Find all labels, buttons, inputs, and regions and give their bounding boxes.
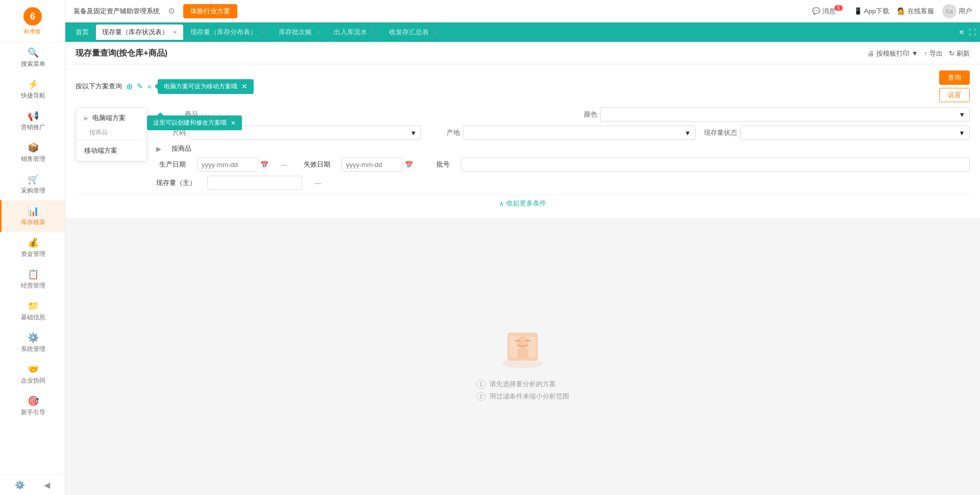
tab-batch-account[interactable]: 库存批次账 ✕ [273,25,327,40]
step-1-label: 请先选择要分析的方案 [489,380,556,389]
scheme-sub-label: 按商品 [84,129,108,136]
tab-inventory-status[interactable]: 现存量（库存状况表） ✕ [96,25,183,40]
color-select[interactable]: ▼ [600,107,970,122]
tabs-close-icon[interactable]: ✕ [959,28,965,36]
scheme-pc-item[interactable]: ▶ 电脑端方案 [76,110,146,126]
tab-inventory-status-close[interactable]: ✕ [173,29,177,36]
sidebar-item-label: 经营管理 [21,281,45,290]
phone-icon: 📱 [854,7,862,15]
sidebar-item-inventory[interactable]: 📊 库存核算 [0,200,65,232]
collapse-up-icon: ∧ [499,200,504,207]
expiry-date-cell: 📅 [341,157,413,172]
color-label: 颜色 [567,110,597,119]
scheme-mobile-label: 移动端方案 [84,146,117,155]
scheme-arrow-icon: ▶ [84,115,88,122]
sidebar-item-basics[interactable]: 📁 基础信息 [0,295,65,327]
sidebar-item-sales[interactable]: 📦 销售管理 [0,137,65,169]
trial-industry-button[interactable]: 体验行业方案 [183,4,237,18]
tab-batch-account-close[interactable]: ✕ [316,29,321,36]
sidebar-settings-icon[interactable]: ⚙️ [15,480,25,490]
tab-in-out-flow-close[interactable]: ✕ [371,29,376,36]
search-icon: 🔍 [28,47,39,58]
sidebar-bottom: ⚙️ ◀ [0,475,65,495]
export-label: 导出 [929,49,943,58]
sidebar-item-search[interactable]: 🔍 搜索菜单 [0,42,65,74]
search-button[interactable]: 查询 [939,70,970,85]
refresh-button[interactable]: ↻ 刷新 [949,49,970,58]
expiry-date-cal-icon[interactable]: 📅 [405,161,413,169]
prod-date-input[interactable] [197,157,258,172]
sidebar-item-marketing[interactable]: 📢 营销推广 [0,105,65,137]
sidebar-item-label: 企业协同 [21,376,45,385]
goods-type-label: 按商品 [172,144,191,153]
purchase-icon: 🛒 [28,174,39,185]
print-label: 按模板打印 [876,49,910,58]
newbie-icon: 🎯 [28,395,39,407]
collapse-bar[interactable]: ∧ 收起更多条件 [76,194,970,212]
scheme-list-panel: ▶ 电脑端方案 按商品 移动端方案 [76,107,147,161]
filter-row-4: 生产日期 📅 — 失效日期 📅 批号 [155,157,970,172]
sidebar-item-quick[interactable]: ⚡ 快捷导航 [0,74,65,105]
tabs-bar: 首页 现存量（库存状况表） ✕ 现存量（库存分布表） ✕ 库存批次账 ✕ 出入库… [65,22,980,42]
export-icon: ↑ [924,50,928,57]
filter-row-3: ▶ 按商品 [155,144,970,153]
topbar-settings-icon[interactable]: ⚙ [168,6,175,16]
online-service-item[interactable]: 💁 在线客服 [897,7,934,16]
print-button[interactable]: 🖨 按模板打印 ▼ [868,49,918,58]
origin-select[interactable]: ▼ [463,126,695,140]
stock-status-label: 现存量状态 [704,128,737,137]
avatar: Ea [942,4,957,18]
sidebar-item-finance[interactable]: 💰 资金管理 [0,232,65,264]
sidebar-item-enterprise[interactable]: 🤝 企业协同 [0,359,65,390]
expand-arrow-icon[interactable]: ▶ [156,145,161,153]
sidebar-item-operations[interactable]: 📋 经营管理 [0,264,65,295]
filter-cell-color: 颜色 ▼ [567,107,970,122]
stock-status-select[interactable]: ▼ [740,126,970,140]
tab-inventory-dist[interactable]: 现存量（库存分布表） ✕ [184,25,272,40]
tab-collect-summary[interactable]: 收发存汇总表 ✕ [383,25,444,40]
filter-label-row: 按以下方案查询 ⊕ ✎ « 电脑方案可设为移动方案哦 ✕ 查询 设置 [76,70,970,102]
sidebar-item-label: 系统管理 [21,345,45,353]
tab-in-out-flow-label: 出入库流水 [334,28,367,37]
setting-button[interactable]: 设置 [939,88,970,102]
tab-in-out-flow[interactable]: 出入库流水 ✕ [328,25,382,40]
scheme-mobile-item[interactable]: 移动端方案 [76,143,146,159]
tooltip-pc-scheme: 电脑方案可设为移动方案哦 ✕ [158,79,254,94]
app-download-item[interactable]: 📱 App下载 [854,7,889,16]
sidebar-item-label: 采购管理 [21,186,45,195]
empty-steps: 1 请先选择要分析的方案 2 用过滤条件来缩小分析范围 [476,380,569,401]
step-num-1: 1 [476,380,485,389]
left-arrow-icon[interactable]: « [148,82,152,90]
tooltip2-close[interactable]: ✕ [231,120,236,127]
tab-inventory-dist-close[interactable]: ✕ [261,29,265,36]
logo-icon: 6 [22,6,43,27]
topbar-right: 💬 消息 6 📱 App下载 💁 在线客服 Ea 用户 [812,4,972,18]
sidebar-item-newbie[interactable]: 🎯 新手引导 [0,390,65,422]
finance-icon: 💰 [28,237,39,248]
message-item[interactable]: 💬 消息 6 [812,7,846,16]
edit-scheme-icon[interactable]: ✎ [137,82,143,91]
batch-input[interactable] [461,157,970,172]
empty-svg [492,312,553,373]
user-item[interactable]: Ea 用户 [942,4,972,18]
tab-home[interactable]: 首页 [69,25,95,40]
export-button[interactable]: ↑ 导出 [924,49,943,58]
prod-date-cal-icon[interactable]: 📅 [260,161,268,169]
tab-home-label: 首页 [76,28,89,37]
quick-icon: ⚡ [28,79,39,90]
content-area: 现存量查询(按仓库+商品) 🖨 按模板打印 ▼ ↑ 导出 ↻ 刷新 [65,42,980,495]
print-dropdown-icon: ▼ [912,50,918,57]
tabs-fullscreen-icon[interactable]: ⛶ [969,28,976,36]
expiry-date-input[interactable] [341,157,403,172]
sidebar-item-system[interactable]: ⚙️ 系统管理 [0,327,65,359]
sales-icon: 📦 [28,142,39,153]
tooltip-pc-close[interactable]: ✕ [241,82,248,90]
sidebar-item-purchase[interactable]: 🛒 采购管理 [0,169,65,200]
stock-main-input[interactable] [207,176,302,190]
sidebar-collapse-icon[interactable]: ◀ [44,480,50,490]
empty-step-2: 2 用过滤条件来缩小分析范围 [476,392,569,401]
add-scheme-icon[interactable]: ⊕ [126,82,133,91]
sidebar-item-label: 快捷导航 [21,91,45,100]
system-icon: ⚙️ [28,332,39,343]
tab-collect-summary-close[interactable]: ✕ [433,29,437,36]
